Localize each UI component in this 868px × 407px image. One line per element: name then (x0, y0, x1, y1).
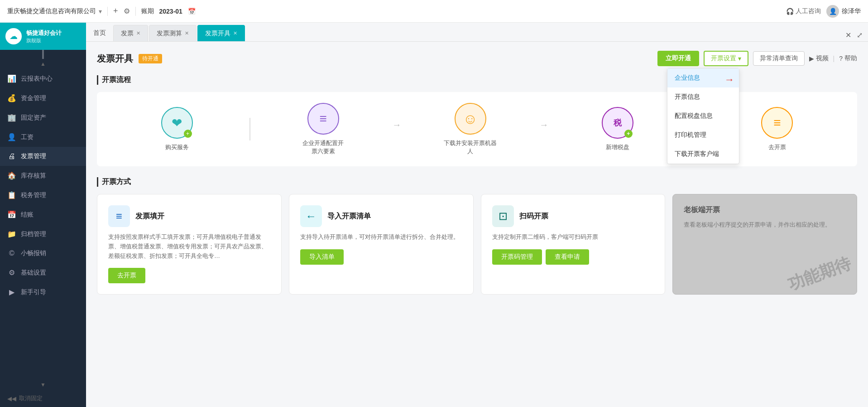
separator: | (833, 55, 835, 62)
nav-icon-fixed-assets: 🏢 (7, 113, 16, 122)
headset-icon: 🎧 (786, 8, 794, 15)
dropdown-item-download-client[interactable]: 下载开票客户端 (667, 145, 739, 164)
nav-label-archive-mgmt: 归档管理 (21, 230, 46, 238)
tab-invoice-calc-close[interactable]: ✕ (185, 30, 189, 36)
calendar-icon[interactable]: 📅 (188, 8, 196, 15)
fill-invoice-btn[interactable]: 去开票 (108, 268, 145, 283)
sidebar-item-tax-mgmt[interactable]: 📋税务管理 (0, 185, 86, 205)
settings-btn[interactable]: 开票设置 ▾ (704, 51, 748, 66)
flow-step-1-icon: ❤ + (161, 107, 193, 139)
tab-invoice-calc[interactable]: 发票测算 ✕ (149, 25, 197, 41)
add-icon[interactable]: + (113, 6, 118, 16)
flow-step-4: 税 + 新增税盘 (552, 107, 683, 151)
page-title: 发票开具 (97, 53, 133, 65)
method-card-boss: 老板端开票 查看老板端小程序提交的开票申请，并作出相应的处理。 功能期待 (672, 194, 857, 295)
tab-invoice-close[interactable]: ✕ (136, 30, 140, 36)
nav-label-fund-mgmt: 资金管理 (21, 94, 46, 102)
dropdown-item-company-info[interactable]: 企业信息 (667, 68, 739, 87)
status-badge: 待开通 (139, 54, 162, 63)
sidebar: ☁ 畅捷通好会计 旗舰版 ▲ 📊云报表中心💰资金管理🏢固定资产👤工资🖨发票管理🏠… (0, 23, 86, 407)
nav-label-inventory: 库存核算 (21, 172, 46, 180)
tab-invoice-issue-close[interactable]: ✕ (233, 30, 237, 36)
method-section: 开票方式 ≡ 发票填开 支持按照发票样式手工填开发票；可开具增值税电子普通发票、… (97, 177, 857, 295)
sidebar-item-new-guide[interactable]: ▶新手引导 (0, 282, 86, 302)
nav-label-xiaochang: 小畅报销 (21, 249, 46, 257)
logo-text-block: 畅捷通好会计 旗舰版 (26, 29, 62, 44)
scan-invoice-view-btn[interactable]: 查看申请 (546, 249, 589, 265)
user-name: 徐泽华 (842, 7, 861, 15)
user-menu[interactable]: 👤 徐泽华 (826, 5, 861, 18)
flow-step-5-label: 去开票 (768, 143, 786, 151)
sidebar-item-fixed-assets[interactable]: 🏢固定资产 (0, 108, 86, 127)
dropdown-item-printer-mgmt[interactable]: 打印机管理 (667, 126, 739, 145)
tab-home[interactable]: 首页 (86, 25, 113, 41)
settings-dropdown: 企业信息 开票信息 配置税盘信息 打印机管理 下载开票客户端 (667, 68, 739, 164)
flow-step-3: ☺ 下载并安装开票机器人 (405, 103, 536, 155)
logo-main: 畅捷通好会计 (26, 29, 62, 37)
video-label: 视频 (816, 54, 829, 63)
chevron-down-icon: ▾ (99, 8, 102, 15)
sidebar-logo: ☁ 畅捷通好会计 旗舰版 (0, 23, 86, 50)
user-avatar-icon: 👤 (826, 5, 839, 18)
scroll-up-btn[interactable]: ▲ (0, 59, 86, 69)
nav-icon-fund-mgmt: 💰 (7, 94, 16, 102)
flow-step-4-icon: 税 + (602, 107, 633, 139)
page-content: 发票开具 待开通 立即开通 开票设置 ▾ 异常清单查询 ▶ 视频 | ? (86, 42, 868, 407)
method-cards: ≡ 发票填开 支持按照发票样式手工填开发票；可开具增值税电子普通发票、增值税普通… (97, 194, 857, 295)
flow-arrow-2: → (536, 120, 552, 139)
nav-icon-new-guide: ▶ (7, 288, 16, 296)
flow-step-4-label: 新增税盘 (606, 143, 629, 151)
dropdown-item-tax-config[interactable]: 配置税盘信息 (667, 107, 739, 126)
company-selector[interactable]: 重庆畅捷交通信息咨询有限公司 ▾ (7, 7, 102, 15)
tab-maximize-btn[interactable]: ⤢ (855, 29, 864, 41)
support-label: 人工咨询 (796, 7, 821, 15)
nav-label-basic-settings: 基础设置 (21, 269, 46, 277)
content-area: 首页 发票 ✕ 发票测算 ✕ 发票开具 ✕ ✕ ⤢ 发票开具 (86, 23, 868, 407)
period-value: 2023-01 (159, 8, 182, 15)
method-card-scan: ⊡ 扫码开票 支持定制开票二维码，客户端可扫码开票 开票码管理 查看申请 (481, 194, 666, 295)
sidebar-item-cloud-report[interactable]: 📊云报表中心 (0, 69, 86, 88)
flow-step-2-icon: ≡ (307, 103, 339, 135)
sidebar-item-settlement[interactable]: 📅结账 (0, 205, 86, 224)
sidebar-item-xiaochang[interactable]: ©小畅报销 (0, 244, 86, 263)
sidebar-item-invoice-mgmt[interactable]: 🖨发票管理 (0, 147, 86, 166)
method-section-title: 开票方式 (97, 177, 857, 187)
flow-steps: ❤ + 购买服务 ≡ 企业开通配置开票六要素 → (97, 92, 857, 166)
dropdown-item-invoice-info[interactable]: 开票信息 (667, 87, 739, 107)
nav-label-fixed-assets: 固定资产 (21, 114, 46, 122)
nav-icon-cloud-report: 📊 (7, 74, 16, 83)
sidebar-item-fund-mgmt[interactable]: 💰资金管理 (0, 88, 86, 108)
sidebar-item-basic-settings[interactable]: ⚙基础设置 (0, 263, 86, 282)
tab-invoice[interactable]: 发票 ✕ (113, 25, 148, 41)
method-fill-header: ≡ 发票填开 (108, 205, 270, 227)
scan-invoice-title: 扫码开票 (519, 212, 548, 221)
nav-label-tax-mgmt: 税务管理 (21, 191, 46, 199)
cancel-pin-btn[interactable]: ◀◀ 取消固定 (0, 390, 86, 407)
settings-icon[interactable]: ⚙ (124, 7, 130, 15)
nav-icon-basic-settings: ⚙ (7, 268, 16, 277)
logo-icon: ☁ (5, 28, 22, 44)
period-label: 账期 (141, 7, 154, 15)
abnormal-btn[interactable]: 异常清单查询 (753, 51, 805, 66)
import-list-icon: ← (300, 205, 322, 227)
sidebar-item-payroll[interactable]: 👤工资 (0, 127, 86, 147)
scan-invoice-actions: 开票码管理 查看申请 (492, 249, 654, 265)
tab-close-all-btn[interactable]: ✕ (844, 29, 853, 41)
fill-invoice-title: 发票填开 (135, 212, 164, 221)
method-card-fill: ≡ 发票填开 支持按照发票样式手工填开发票；可开具增值税电子普通发票、增值税普通… (97, 194, 282, 295)
fill-invoice-desc: 支持按照发票样式手工填开发票；可开具增值税电子普通发票、增值税普通发票、增值税专… (108, 233, 270, 261)
help-btn[interactable]: ? 帮助 (839, 54, 857, 63)
boss-invoice-title: 老板端开票 (684, 205, 720, 215)
sidebar-item-inventory[interactable]: 🏠库存核算 (0, 166, 86, 185)
method-boss-header: 老板端开票 (684, 205, 846, 215)
import-list-btn[interactable]: 导入清单 (300, 249, 344, 265)
sidebar-item-archive-mgmt[interactable]: 📁归档管理 (0, 224, 86, 244)
support-button[interactable]: 🎧 人工咨询 (786, 7, 821, 15)
scan-invoice-qr-btn[interactable]: 开票码管理 (492, 249, 542, 265)
video-btn[interactable]: ▶ 视频 (809, 54, 829, 63)
settings-btn-label: 开票设置 (711, 54, 736, 63)
activate-btn[interactable]: 立即开通 (657, 51, 699, 66)
sidebar-nav: 📊云报表中心💰资金管理🏢固定资产👤工资🖨发票管理🏠库存核算📋税务管理📅结账📁归档… (0, 69, 86, 380)
tab-invoice-issue[interactable]: 发票开具 ✕ (197, 25, 245, 41)
scroll-down-btn[interactable]: ▼ (0, 380, 86, 390)
